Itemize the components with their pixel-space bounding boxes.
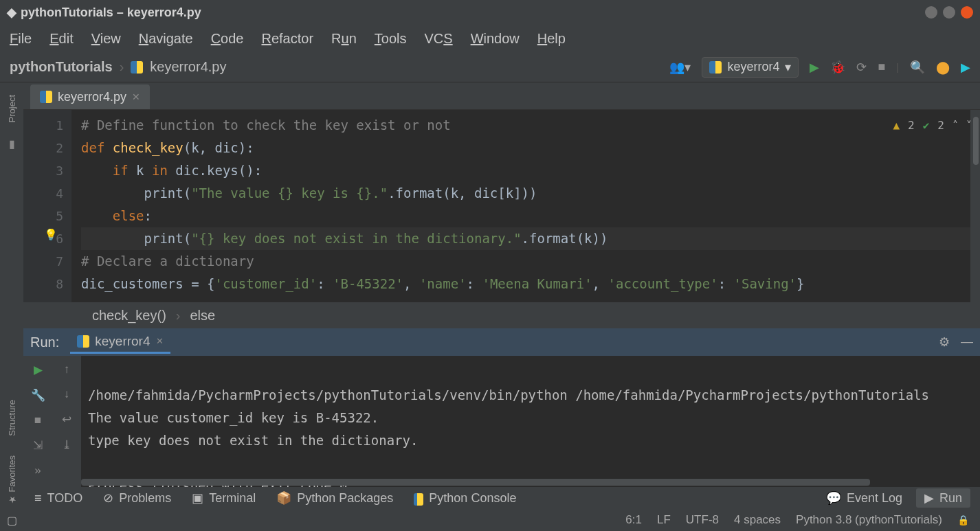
wrench-icon[interactable]: 🔧 xyxy=(31,388,45,403)
run-tool-header: Run: keyerror4 ✕ ⚙ — xyxy=(23,328,980,356)
left-tool-strip: Project ▮ Structure ★ Favorites xyxy=(0,82,23,509)
tab-terminal[interactable]: ▣Terminal xyxy=(192,490,256,506)
more-icon[interactable]: » xyxy=(34,464,41,477)
status-line-sep[interactable]: LF xyxy=(657,513,671,527)
output-line: type key does not exist in the dictionar… xyxy=(88,433,418,448)
tab-todo[interactable]: ≡TODO xyxy=(34,490,82,506)
python-file-icon xyxy=(77,335,89,348)
tab-python-console[interactable]: Python Console xyxy=(414,490,516,506)
editor[interactable]: 1 2 3 4 5 6 7 8 💡 # Define function to c… xyxy=(23,110,980,302)
output-line: /home/fahmida/PycharmProjects/pythonTuto… xyxy=(88,387,929,403)
intention-bulb-icon[interactable]: 💡 xyxy=(44,223,58,246)
menubar: File Edit View Navigate Code Refactor Ru… xyxy=(0,25,980,52)
maximize-button[interactable] xyxy=(943,6,955,19)
stop-icon[interactable]: ■ xyxy=(34,414,41,427)
warning-icon: ▲ xyxy=(893,114,900,137)
run-label: Run: xyxy=(30,335,59,350)
tool-project[interactable]: Project xyxy=(7,91,17,126)
menu-code[interactable]: Code xyxy=(211,31,244,47)
editor-scrollbar[interactable] xyxy=(970,110,980,302)
down-arrow-icon[interactable]: ↓ xyxy=(64,387,70,401)
folder-icon[interactable]: ▮ xyxy=(9,137,15,150)
minimize-panel-icon[interactable]: — xyxy=(961,335,973,350)
python-file-icon xyxy=(131,61,143,74)
scroll-to-end-icon[interactable]: ⤓ xyxy=(62,438,71,452)
menu-file[interactable]: File xyxy=(10,31,32,47)
menu-refactor[interactable]: Refactor xyxy=(261,31,313,47)
breadcrumb-branch[interactable]: else xyxy=(190,308,215,324)
run-config-name: keyerror4 xyxy=(727,60,779,74)
run-output[interactable]: /home/fahmida/PycharmProjects/pythonTuto… xyxy=(81,356,980,487)
editor-tabs: keyerror4.py ✕ xyxy=(23,82,980,110)
titlebar: ◆ pythonTutorials – keyerror4.py xyxy=(0,0,980,25)
exit-icon[interactable]: ⇲ xyxy=(33,438,43,453)
breadcrumb-project[interactable]: pythonTutorials xyxy=(10,59,113,75)
gutter: 1 2 3 4 5 6 7 8 xyxy=(23,110,71,302)
tool-window-toggle-icon[interactable]: ▢ xyxy=(7,514,17,527)
gear-icon[interactable]: ⚙ xyxy=(939,335,950,350)
soft-wrap-icon[interactable]: ↩ xyxy=(62,412,71,427)
up-arrow-icon[interactable]: ↑ xyxy=(64,363,70,376)
code-area[interactable]: 💡 # Define function to check the key exi… xyxy=(71,110,980,302)
run-actions-col1: ▶ 🔧 ■ ⇲ » xyxy=(23,356,52,487)
scrollbar-thumb[interactable] xyxy=(973,117,979,165)
coverage-button[interactable]: ⟳ xyxy=(856,60,867,75)
minimize-button[interactable] xyxy=(925,6,937,19)
chevron-right-icon: › xyxy=(176,308,181,324)
code-breadcrumb: check_key() › else xyxy=(23,302,980,328)
stop-button[interactable]: ■ xyxy=(878,60,885,74)
python-file-icon xyxy=(709,61,722,74)
editor-tab-keyerror4[interactable]: keyerror4.py ✕ xyxy=(30,84,150,109)
menu-vcs[interactable]: VCS xyxy=(425,31,453,47)
tab-run[interactable]: ▶Run xyxy=(916,488,970,508)
menu-navigate[interactable]: Navigate xyxy=(139,31,193,47)
status-encoding[interactable]: UTF-8 xyxy=(686,513,719,527)
check-icon: ✔ xyxy=(923,114,930,137)
run-tab-keyerror4[interactable]: keyerror4 ✕ xyxy=(70,331,170,354)
menu-window[interactable]: Window xyxy=(471,31,520,47)
search-icon[interactable]: 🔍 xyxy=(910,60,925,75)
menu-help[interactable]: Help xyxy=(537,31,566,47)
editor-tab-label: keyerror4.py xyxy=(58,90,126,104)
tool-structure[interactable]: Structure xyxy=(7,396,17,440)
run-actions-col2: ↑ ↓ ↩ ⤓ xyxy=(52,356,81,487)
app-icon: ◆ xyxy=(7,5,16,20)
breadcrumb-fn[interactable]: check_key() xyxy=(92,308,166,324)
status-interpreter[interactable]: Python 3.8 (pythonTutorials) xyxy=(796,513,942,527)
menu-tools[interactable]: Tools xyxy=(375,31,407,47)
menu-run[interactable]: Run xyxy=(331,31,357,47)
tab-problems[interactable]: ⊘Problems xyxy=(103,490,171,506)
output-line: The value customer_id key is B-45322. xyxy=(88,410,379,425)
inspections-indicator[interactable]: ▲2 ✔2 ˄ ˅ xyxy=(893,114,972,137)
chevron-down-icon: ▾ xyxy=(785,60,791,75)
status-cursor[interactable]: 6:1 xyxy=(625,513,642,527)
tab-event-log[interactable]: 💬Event Log xyxy=(826,488,902,508)
menu-view[interactable]: View xyxy=(91,31,121,47)
bottom-tool-tabs: ≡TODO ⊘Problems ▣Terminal 📦Python Packag… xyxy=(23,487,980,509)
run-tool-window: ▶ 🔧 ■ ⇲ » ↑ ↓ ↩ ⤓ /home/fahmida/PycharmP… xyxy=(23,356,980,487)
output-h-scrollbar[interactable] xyxy=(81,479,870,486)
lock-icon[interactable]: 🔒 xyxy=(957,515,969,526)
debug-button[interactable]: 🐞 xyxy=(830,60,845,75)
status-indent[interactable]: 4 spaces xyxy=(734,513,781,527)
close-tab-icon[interactable]: ✕ xyxy=(132,91,140,102)
navigation-bar: pythonTutorials › keyerror4.py 👥▾ keyerr… xyxy=(0,52,980,82)
python-file-icon xyxy=(40,91,52,103)
run-tab-label: keyerror4 xyxy=(95,334,150,349)
close-button[interactable] xyxy=(961,6,973,19)
menu-edit[interactable]: Edit xyxy=(49,31,73,47)
breadcrumb-file[interactable]: keyerror4.py xyxy=(150,59,226,75)
rerun-icon[interactable]: ▶ xyxy=(34,363,43,377)
run-button[interactable]: ▶ xyxy=(810,60,819,75)
chevron-right-icon: › xyxy=(120,59,124,75)
tool-favorites[interactable]: ★ Favorites xyxy=(7,451,17,509)
up-icon[interactable]: ˄ xyxy=(953,114,958,137)
window-title: pythonTutorials – keyerror4.py xyxy=(21,5,201,20)
ide-services-icon[interactable]: ▶ xyxy=(961,60,970,75)
status-bar: ▢ 6:1 LF UTF-8 4 spaces Python 3.8 (pyth… xyxy=(0,509,980,531)
code-with-me-icon[interactable]: 👥▾ xyxy=(669,60,691,75)
tab-python-packages[interactable]: 📦Python Packages xyxy=(276,490,393,506)
update-icon[interactable]: ⬤ xyxy=(936,60,950,75)
close-run-tab-icon[interactable]: ✕ xyxy=(156,336,164,346)
run-config-select[interactable]: keyerror4 ▾ xyxy=(702,57,799,78)
